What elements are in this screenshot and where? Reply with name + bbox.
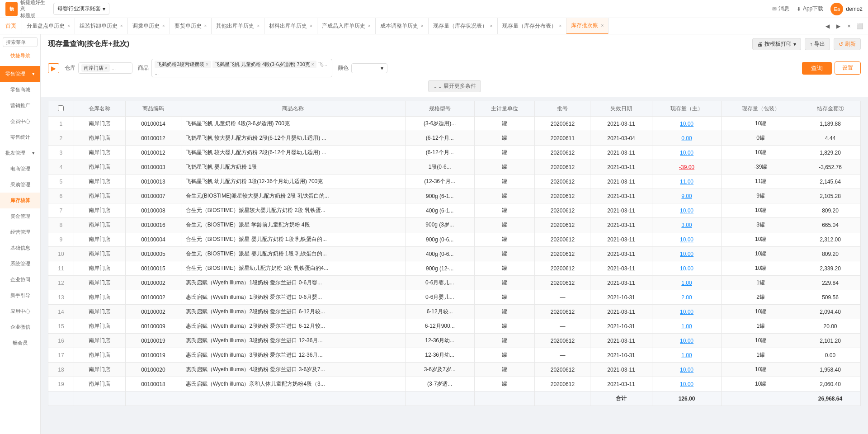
tab-close-icon[interactable]: × [162,24,165,28]
sidebar-item-purchase[interactable]: 采购管理 [0,177,40,193]
tag-remove-icon[interactable]: × [311,62,314,67]
tab-close-icon[interactable]: × [368,24,371,28]
tab-xian-cun-zhuang[interactable]: 现存量（库存状况表） × [429,18,498,34]
table-row: 19 南岸门店 00100018 惠氏启赋（Wyeth illuma）亲和人体儿… [48,377,861,392]
tag-remove-icon[interactable]: × [206,62,208,67]
main-layout: 快捷导航 零售管理 ▾ 零售商城 营销推广 会员中心 零售统计 批发管理 ▾ 电… [0,34,868,434]
tab-tiao-bo[interactable]: 调拨单历史 × [128,18,170,34]
sidebar-item-system[interactable]: 系统管理 [0,256,40,272]
tab-fen-pan[interactable]: 分量盘点单历史 × [22,18,75,34]
table-row: 9 南岸门店 00100004 合生元（BIOSTIME）派星 婴儿配方奶粉 1… [48,232,861,247]
logo-text: 畅捷通好生意 标题版 [20,0,46,19]
tab-chan-pin-ru[interactable]: 产成品入库单历史 × [317,18,376,34]
sidebar-item-wholesale[interactable]: 批发管理 ▾ [0,145,40,161]
tab-next-button[interactable]: ▶ [834,22,843,31]
tab-close-icon[interactable]: × [490,24,493,28]
sidebar-quick-nav[interactable]: 快捷导航 [0,50,40,62]
settings-button[interactable]: 设置 [835,61,861,75]
table-row: 7 南岸门店 00100008 合生元（BIOSTIME）派星较大婴儿配方奶粉 … [48,203,861,218]
tab-bar: 首页 分量盘点单历史 × 组装拆卸单历史 × 调拨单历史 × 要货单历史 × 其… [0,18,868,34]
tab-yao-huo[interactable]: 要货单历史 × [170,18,212,34]
export-button[interactable]: ↑ 导出 [805,38,830,50]
filter-expand-button[interactable]: ▶ [48,63,59,73]
table-row: 5 南岸门店 00100013 飞鹤星飞帆 幼儿配方奶粉 3段(12-36个月幼… [48,175,861,189]
tab-prev-button[interactable]: ◀ [823,22,832,31]
tab-ku-cun-pi[interactable]: 库存批次账 × [566,18,609,34]
tab-close-all-button[interactable]: × [844,22,854,31]
warehouse-tag-container[interactable]: 南岸门店 × ... [78,62,132,74]
sidebar-item-marketing[interactable]: 营销推广 [0,98,40,113]
sidebar-item-retail-mgmt[interactable]: 零售管理 ▾ [0,66,40,82]
tab-close-icon[interactable]: × [204,24,207,28]
tab-fullscreen-button[interactable]: ⬜ [855,22,864,31]
sidebar-item-finance[interactable]: 资金管理 [0,208,40,224]
table-row: 3 南岸门店 00100012 飞鹤星飞帆 较大婴儿配方奶粉 2段(6-12个月… [48,146,861,160]
avatar: Ea [830,3,843,15]
expand-more-conditions-button[interactable]: ⌄⌄ 展开更多条件 [428,80,481,92]
sidebar-item-new-guide[interactable]: 新手引导 [0,288,40,303]
tab-close-icon[interactable]: × [120,24,123,28]
sidebar-item-member[interactable]: 会员中心 [0,113,40,129]
tab-cai-liao[interactable]: 材料出库单历史 × [264,18,317,34]
refresh-button[interactable]: ↺ 刷新 [834,38,861,50]
sidebar-item-member2[interactable]: 畅会员 [0,335,40,351]
col-amount: 结存金额① [800,101,861,117]
col-spec: 规格型号 [405,101,474,117]
product-tag-container[interactable]: 飞鹤奶粉3段丙罐摆装 × 飞鹤星飞帆 儿童奶粉 4段(3-6岁适用) 700克 … [151,59,332,77]
filter-row: ▶ 仓库 南岸门店 × ... 商品 [48,59,861,77]
tab-close-icon[interactable]: × [257,24,259,28]
page-actions: 🖨 按模板打印 ▾ ↑ 导出 ↺ 刷新 [752,38,861,50]
export-icon: ↑ [810,41,812,47]
app-download-button[interactable]: ⬇ App下载 [797,5,823,13]
chevron-down-icon: ▾ [103,6,105,12]
user-area[interactable]: Ea demo2 [830,3,863,15]
top-right: ✉ 消息 ⬇ App下载 Ea demo2 [772,3,863,15]
sidebar-item-inventory[interactable]: 库存核算 [0,193,40,208]
table-row: 12 南岸门店 00100002 惠氏启赋（Wyeth illuma）1段奶粉 … [48,276,861,290]
filter-area: ▶ 仓库 南岸门店 × ... 商品 [41,54,868,97]
tab-close-icon[interactable]: × [67,24,70,28]
workspace-selector[interactable]: 母婴行业演示账套 ▾ [53,3,109,15]
template-print-button[interactable]: 🖨 按模板打印 ▾ [752,38,801,50]
tab-zu-chai[interactable]: 组装拆卸单历史 × [75,18,128,34]
tag-remove-icon[interactable]: × [105,66,108,71]
color-select[interactable]: ▾ [351,63,387,73]
query-button[interactable]: 查询 [802,62,832,75]
sidebar-item-basic[interactable]: 基础信息 [0,240,40,256]
tab-home[interactable]: 首页 [0,18,22,34]
tab-xian-cun-fen[interactable]: 现存量（库存分布表） × [498,18,567,34]
product-tag-2: 飞鹤星飞帆 儿童奶粉 4段(3-6岁适用) 700克 × [212,61,316,68]
col-name: 商品名称 [181,101,405,117]
sidebar-item-corp[interactable]: 企业协同 [0,272,40,288]
select-all-checkbox[interactable] [58,105,64,111]
tab-qi-ta-chu[interactable]: 其他出库单历史 × [212,18,264,34]
search-input[interactable] [3,37,38,47]
sidebar-divider [0,64,40,64]
table-row: 13 南岸门店 00100002 惠氏启赋（Wyeth illuma）1段奶粉 … [48,290,861,305]
message-button[interactable]: ✉ 消息 [772,5,789,13]
warehouse-tag-nanan: 南岸门店 × [81,64,110,72]
table-row: 18 南岸门店 00100020 惠氏启赋（Wyeth illuma）4段奶粉 … [48,363,861,377]
filter-warehouse: 仓库 南岸门店 × ... [65,62,132,74]
filter-color: 颜色 ▾ [338,63,387,73]
sidebar-item-retail-shop[interactable]: 零售商城 [0,82,40,98]
tab-close-icon[interactable]: × [601,23,604,28]
expand-icon: ⌄⌄ [433,83,442,90]
tab-close-icon[interactable]: × [421,24,424,28]
col-check [48,101,74,117]
table-row: 10 南岸门店 00100005 合生元（BIOSTIME）派星 婴儿配方奶粉 … [48,247,861,261]
tab-cheng-ben[interactable]: 成本调整单历史 × [376,18,429,34]
sidebar-item-corp-wechat[interactable]: 企业微信 [0,319,40,335]
table-footer-row: 合计 126.00 26,968.64 [48,392,861,406]
sidebar-item-retail-stat[interactable]: 零售统计 [0,129,40,145]
sidebar-item-ecommerce[interactable]: 电商管理 [0,161,40,177]
sidebar-item-operation[interactable]: 经营管理 [0,224,40,240]
tab-close-icon[interactable]: × [310,24,312,28]
filter-product: 商品 飞鹤奶粉3段丙罐摆装 × 飞鹤星飞帆 儿童奶粉 4段(3-6岁适用) 70… [138,59,332,77]
col-stock-main: 现存量（主） [652,101,722,117]
sidebar-item-app-center[interactable]: 应用中心 [0,303,40,319]
col-batch: 批号 [535,101,590,117]
tab-close-icon[interactable]: × [559,24,562,28]
table-row: 6 南岸门店 00100007 合生元(BIOSTIME)派星较大婴儿配方奶粉 … [48,189,861,203]
message-icon: ✉ [772,6,777,12]
